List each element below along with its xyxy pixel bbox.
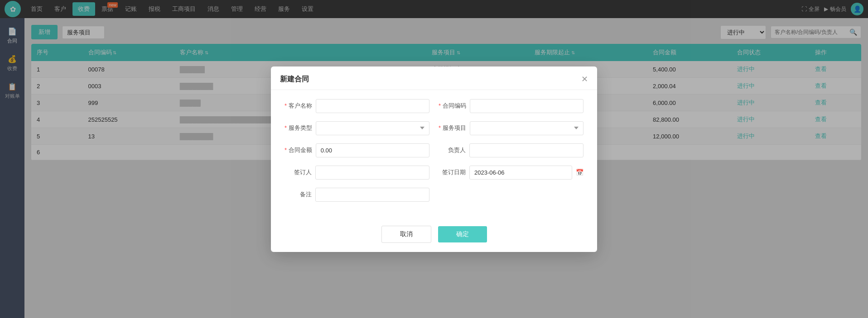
cancel-button[interactable]: 取消 (381, 226, 431, 243)
confirm-button[interactable]: 确定 (438, 226, 487, 242)
signer-label: 签订人 (285, 168, 312, 176)
sign-date-input[interactable] (469, 166, 572, 180)
customer-name-label: 客户名称 (285, 102, 312, 110)
sign-date-group: 签订日期 📅 (439, 166, 583, 180)
responsible-label: 负责人 (439, 146, 466, 154)
modal-body: 客户名称 合同编码 服务类型 服务项目 (271, 90, 597, 219)
sign-date-label: 签订日期 (439, 168, 466, 176)
service-item-group: 服务项目 (439, 121, 583, 135)
form-row-2: 服务类型 服务项目 (285, 121, 583, 135)
remark-input[interactable] (315, 188, 429, 202)
customer-name-group: 客户名称 (285, 99, 429, 113)
service-type-label: 服务类型 (285, 124, 312, 132)
contract-no-group: 合同编码 (439, 99, 583, 113)
responsible-group: 负责人 (439, 143, 583, 157)
contract-no-label: 合同编码 (439, 102, 466, 110)
service-type-select[interactable] (316, 121, 429, 135)
modal-overlay: 新建合同 ✕ 客户名称 合同编码 服务类型 (0, 0, 868, 318)
form-row-3: 合同金额 负责人 (285, 143, 583, 157)
responsible-input[interactable] (469, 143, 583, 157)
service-item-label: 服务项目 (439, 124, 466, 132)
form-row-4: 签订人 签订日期 📅 (285, 166, 583, 180)
service-type-group: 服务类型 (285, 121, 429, 135)
modal-footer: 取消 确定 (271, 219, 597, 252)
new-contract-modal: 新建合同 ✕ 客户名称 合同编码 服务类型 (271, 66, 597, 252)
modal-close-button[interactable]: ✕ (581, 75, 588, 83)
contract-no-input[interactable] (470, 99, 583, 113)
signer-input[interactable] (315, 166, 429, 180)
service-item-select[interactable] (470, 121, 583, 135)
customer-name-input[interactable] (316, 99, 429, 113)
remark-group: 备注 (285, 188, 429, 202)
modal-header: 新建合同 ✕ (271, 66, 597, 90)
modal-title: 新建合同 (280, 75, 309, 84)
contract-amount-input[interactable] (316, 143, 429, 157)
calendar-icon[interactable]: 📅 (576, 169, 583, 176)
signer-group: 签订人 (285, 166, 429, 180)
contract-amount-label: 合同金额 (285, 146, 312, 154)
contract-amount-group: 合同金额 (285, 143, 429, 157)
form-row-1: 客户名称 合同编码 (285, 99, 583, 113)
form-row-5: 备注 (285, 188, 583, 202)
remark-label: 备注 (285, 190, 312, 199)
